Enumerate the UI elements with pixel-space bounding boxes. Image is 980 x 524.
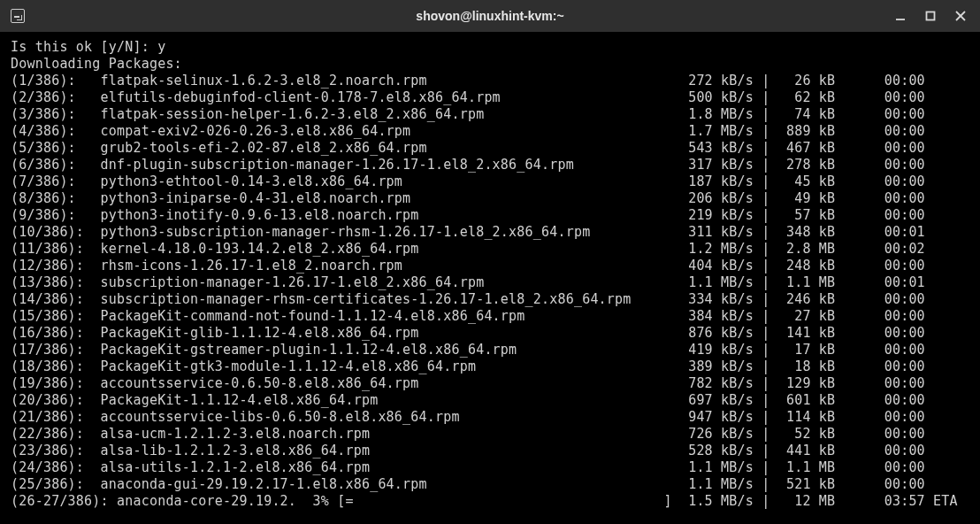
terminal-window: shovon@linuxhint-kvm:~ Is this ok [y/N]:… <box>0 0 980 524</box>
terminal-body[interactable]: Is this ok [y/N]: y Downloading Packages… <box>0 32 980 524</box>
titlebar[interactable]: shovon@linuxhint-kvm:~ <box>0 0 980 32</box>
window-title: shovon@linuxhint-kvm:~ <box>0 9 980 23</box>
